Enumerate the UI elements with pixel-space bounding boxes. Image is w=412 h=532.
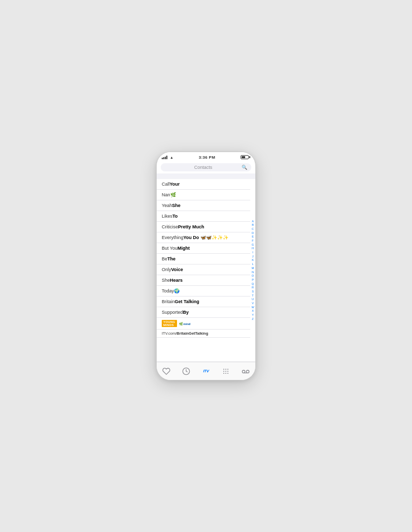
signal-bar-2 <box>163 157 164 159</box>
contact-bold: Your <box>170 182 180 187</box>
list-item[interactable]: Supported By <box>157 307 250 318</box>
signal-bar-4 <box>166 156 167 159</box>
contacts-main: Call Your Nan 🌿 Yeah She Likes To Critic… <box>157 179 250 362</box>
alpha-n[interactable]: N <box>252 271 254 275</box>
alpha-z[interactable]: Z <box>252 317 253 321</box>
svg-point-10 <box>242 370 245 373</box>
contact-bold: She <box>172 203 181 208</box>
contact-bold: By <box>183 310 189 315</box>
itv-logo: ITV <box>203 369 209 373</box>
list-item[interactable]: Nan 🌿 <box>157 190 250 200</box>
list-item[interactable]: Today 🌍 <box>157 286 250 297</box>
contact-normal: Nan <box>162 192 170 197</box>
alphabet-index: A B C D E F G H I J K L M N O P Q R S T … <box>250 179 255 362</box>
contact-bold: Pretty Much <box>178 224 204 229</box>
list-item[interactable]: Be The <box>157 254 250 264</box>
list-item[interactable]: Britain Get Talking <box>157 297 250 307</box>
alpha-u[interactable]: U <box>252 298 254 302</box>
battery-fill <box>242 156 245 158</box>
alpha-q[interactable]: Q <box>252 282 254 286</box>
contact-bold: Hears <box>170 278 183 283</box>
status-bar-right <box>241 155 250 159</box>
list-item[interactable]: Likes To <box>157 211 250 222</box>
battery-body <box>241 155 249 159</box>
url-bold: BritainGetTalking <box>176 331 208 336</box>
svg-point-4 <box>223 371 224 372</box>
status-bar-left: ▲ <box>162 155 173 159</box>
alpha-g[interactable]: G <box>252 243 254 247</box>
signal-bar-1 <box>162 158 163 159</box>
list-item[interactable]: Criticise Pretty Much <box>157 222 250 232</box>
alpha-i[interactable]: I <box>252 251 253 255</box>
contact-normal: Likes <box>162 214 172 219</box>
alpha-x[interactable]: X <box>252 309 254 313</box>
alpha-c[interactable]: C <box>252 227 254 231</box>
alpha-f[interactable]: F <box>252 239 253 243</box>
svg-point-6 <box>227 371 228 372</box>
list-item[interactable]: She Hears <box>157 275 250 286</box>
alpha-a[interactable]: A <box>252 220 254 224</box>
svg-point-8 <box>225 373 226 374</box>
alpha-k[interactable]: K <box>252 258 254 262</box>
alpha-e[interactable]: E <box>252 235 254 239</box>
svg-point-11 <box>246 370 249 373</box>
battery-icon <box>241 155 250 159</box>
contact-bold: You Do 🦋🦋✨✨✨ <box>184 235 228 240</box>
battery-tip <box>249 156 250 158</box>
svg-point-5 <box>225 371 226 372</box>
signal-bar-3 <box>165 157 166 159</box>
contact-bold: 🌿 <box>170 192 176 197</box>
mind-logo: 🌿 mind <box>179 322 191 326</box>
alpha-s[interactable]: S <box>252 290 254 294</box>
search-icon: 🔍 <box>242 165 247 170</box>
nav-keypad[interactable] <box>216 362 236 380</box>
svg-point-3 <box>227 369 228 370</box>
contact-normal: Supported <box>162 310 183 315</box>
nav-favorites[interactable] <box>157 362 176 380</box>
url-line: ITV.com/BritainGetTalking <box>157 330 250 338</box>
alpha-o[interactable]: O <box>252 274 254 278</box>
status-bar: ▲ 3:36 PM <box>157 152 255 161</box>
svg-point-7 <box>223 373 224 374</box>
youngminds-logo: YOUNGMINDS <box>162 320 177 327</box>
contact-normal: But You <box>162 246 178 251</box>
list-item[interactable]: Yeah She <box>157 200 250 211</box>
url-prefix: ITV.com/ <box>162 331 176 336</box>
alpha-l[interactable]: L <box>252 262 253 267</box>
alpha-y[interactable]: Y <box>252 313 254 317</box>
nav-voicemail[interactable] <box>236 362 255 380</box>
contact-list: Call Your Nan 🌿 Yeah She Likes To Critic… <box>157 179 255 362</box>
contact-normal: Only <box>162 267 171 272</box>
contact-normal: Everything <box>162 235 184 240</box>
alpha-p[interactable]: P <box>252 278 254 282</box>
contact-bold: Voice <box>171 267 183 272</box>
logos-area: YOUNGMINDS 🌿 mind <box>157 318 250 330</box>
list-item[interactable]: But You Might <box>157 243 250 254</box>
alpha-r[interactable]: R <box>252 286 254 290</box>
alpha-v[interactable]: V <box>252 302 254 306</box>
alpha-d[interactable]: D <box>252 231 254 235</box>
bottom-nav: ITV <box>157 362 255 380</box>
list-item[interactable]: Call Your <box>157 179 250 190</box>
svg-point-9 <box>227 373 228 374</box>
alpha-m[interactable]: M <box>252 267 254 271</box>
alpha-b[interactable]: B <box>252 223 254 227</box>
section-header <box>157 173 255 179</box>
alpha-h[interactable]: H <box>252 247 254 251</box>
alpha-j[interactable]: J <box>252 255 254 259</box>
list-item[interactable]: Only Voice <box>157 264 250 275</box>
list-item[interactable]: Everything You Do 🦋🦋✨✨✨ <box>157 232 250 243</box>
svg-point-2 <box>225 369 226 370</box>
nav-contacts[interactable]: ITV <box>196 362 216 380</box>
contact-normal: Call <box>162 182 170 187</box>
alpha-t[interactable]: T <box>252 294 253 298</box>
contact-bold: Get Talking <box>175 299 199 304</box>
contact-bold: The <box>167 256 175 261</box>
search-placeholder: Contacts <box>165 165 242 170</box>
contact-normal: Be <box>162 256 167 261</box>
search-bar[interactable]: Contacts 🔍 <box>161 163 251 171</box>
contact-normal: She <box>162 278 170 283</box>
wifi-icon: ▲ <box>170 156 173 159</box>
nav-recents[interactable] <box>176 362 196 380</box>
alpha-w[interactable]: W <box>251 306 254 310</box>
